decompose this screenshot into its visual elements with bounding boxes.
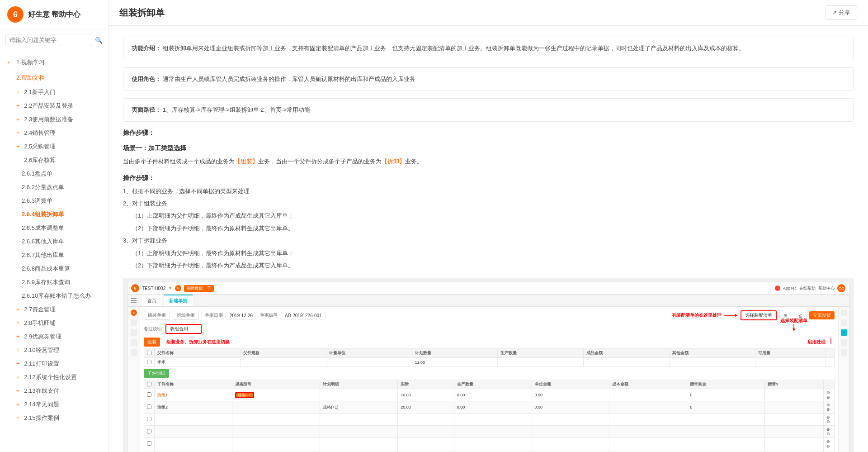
mockup-col-action — [826, 349, 835, 358]
mockup-child-checkbox-2[interactable] — [147, 404, 151, 409]
mockup-icon-bar: ≡ — [127, 307, 140, 452]
step-1: 1、根据不同的业务，选择不同单据的类型来处理 — [123, 186, 854, 196]
mockup-child-checkbox-1[interactable] — [147, 392, 151, 397]
search-box: 🔍 — [0, 29, 108, 51]
sidebar-item-docs-213[interactable]: + 2.13在线支付 — [0, 384, 108, 398]
sidebar-item-docs-2610[interactable]: 2.6.10库存账本错了怎么办 — [0, 289, 108, 303]
intro-text: 组装拆卸单用来处理企业组装或拆卸等加工业务，支持有固定装配清单的产品加工业务，也… — [163, 45, 745, 52]
sidebar-child-plus: + — [16, 143, 20, 150]
mockup-parent-spec-1 — [240, 358, 326, 367]
mockup-child-row-6: ⊕ ⊖ — [144, 450, 835, 452]
ops-title: 操作步骤： — [123, 129, 854, 137]
mockup-child-col-v: 赠带V — [765, 380, 824, 389]
sidebar-child-plus: + — [16, 387, 20, 394]
mockup-parent-name-1: 米米 — [155, 358, 241, 367]
search-button[interactable]: 🔍 — [95, 37, 103, 44]
mockup-annotation1-text: 有装配清单的在这里处理 — [672, 312, 722, 319]
mockup-col-parent-name: 父件名称 — [155, 349, 241, 358]
mockup-no-label: 单据编号 — [260, 312, 278, 319]
sidebar-item-docs-264[interactable]: 2.6.4组装拆卸单 — [0, 208, 108, 221]
sidebar-item-docs[interactable]: − 2.帮助文档 — [0, 70, 108, 86]
sidebar-item-docs-269[interactable]: 2.6.9库存账本查询 — [0, 276, 108, 289]
logo-text: 好生意 帮助中心 — [28, 10, 80, 19]
sidebar-item-docs-266[interactable]: 2.6.6其他入库单 — [0, 235, 108, 248]
mockup-col-amount: 成品金额 — [584, 349, 670, 358]
sidebar-item-docs-211[interactable]: + 2.11打印设置 — [0, 357, 108, 371]
sidebar-item-docs-23[interactable]: + 2.3使用前数据准备 — [0, 113, 108, 126]
mockup-form-area: 组装单据 拆卸单据 单据日期 2019-12-26 单据编号 AD-201912… — [140, 307, 838, 452]
sidebar-item-docs-29[interactable]: + 2.9优惠券管理 — [0, 330, 108, 343]
sidebar-item-docs-25[interactable]: + 2.5采购管理 — [0, 140, 108, 153]
role-label: 使用角色： — [132, 76, 161, 82]
mockup-down-arrow-svg — [789, 324, 798, 331]
sidebar-header: 6 好生意 帮助中心 — [0, 0, 108, 29]
sidebar-child-plus: + — [16, 333, 20, 340]
mockup-child-col-checkbox — [144, 380, 155, 389]
mockup-logo: 6 — [131, 284, 139, 292]
mockup-parent-amount-1 — [584, 358, 670, 367]
mockup-child-checkbox-4[interactable] — [147, 429, 151, 433]
collapse-icon: − — [7, 74, 14, 81]
mockup-no-value: AD-20191226-001 — [281, 312, 326, 319]
sidebar-item-docs-22[interactable]: + 2.2产品安装及登录 — [0, 99, 108, 113]
mockup-child-row-3: ⊕ ⊖ — [144, 414, 835, 426]
mockup-child-all-checkbox[interactable] — [147, 382, 151, 386]
sidebar-item-docs-210[interactable]: + 2.10经营管理 — [0, 343, 108, 357]
mockup-checkbox[interactable] — [147, 351, 151, 355]
sidebar-child-minus: − — [16, 157, 20, 163]
mockup-child-checkbox-5[interactable] — [147, 441, 151, 446]
mockup-child-unit-1: 0.00 — [532, 389, 609, 401]
step-list: 1、根据不同的业务，选择不同单据的类型来处理 2、对于组装业务 （1）上部明细为… — [123, 186, 854, 271]
mockup-row-checkbox[interactable] — [147, 360, 151, 364]
mockup-child-actual-2: 20.00 — [398, 401, 454, 414]
mockup-child-spec-2 — [232, 401, 320, 414]
mockup-child-actual-1: 10.00 — [398, 389, 454, 401]
sidebar-item-docs-24[interactable]: + 2.4销售管理 — [0, 126, 108, 140]
mockup-right-icon-4 — [841, 339, 847, 346]
mockup-remark-label: 备注说明 — [144, 326, 162, 332]
mockup-helpcenter-btn: 帮助中心 — [818, 285, 835, 291]
mockup-child-col-plan-detail: 计划明细 — [320, 380, 398, 389]
sidebar-item-docs-215[interactable]: + 2.15操作案例 — [0, 411, 108, 425]
intro-box: 功能介绍： 组装拆卸单用来处理企业组装或拆卸等加工业务，支持有固定装配清单的产品… — [123, 37, 854, 60]
sidebar-item-docs-267[interactable]: 2.6.7其他出库单 — [0, 248, 108, 262]
mockup-child-col-b: 赠带实金 — [687, 380, 765, 389]
sidebar-item-docs-212[interactable]: + 2.12系统个性化设置 — [0, 371, 108, 384]
sidebar-item-docs-265[interactable]: 2.6.5成本调整单 — [0, 221, 108, 235]
mockup-child-col-qty: 生产数量 — [454, 380, 532, 389]
mockup-action-row: 组装单据 拆卸单据 单据日期 2019-12-26 单据编号 AD-201912… — [144, 310, 835, 320]
mockup-parent-avail-1 — [755, 358, 825, 367]
share-button[interactable]: ↗ 分享 — [826, 5, 857, 20]
sidebar-item-label: 1.视频学习 — [16, 58, 45, 67]
main-area: 组装拆卸单 ↗ 分享 功能介绍： 组装拆卸单用来处理企业组装或拆卸等加工业务，支… — [108, 0, 868, 452]
sidebar-item-docs-268[interactable]: 2.6.8商品成本重算 — [0, 262, 108, 276]
svg-marker-1 — [735, 314, 738, 317]
search-input[interactable] — [5, 34, 92, 46]
sidebar-item-docs-214[interactable]: + 2.14常见问题 — [0, 398, 108, 411]
mockup-child-col-spec: 规格型号 — [232, 380, 320, 389]
mockup-icon-2 — [131, 319, 137, 326]
sidebar-item-video[interactable]: + 1.视频学习 — [0, 55, 108, 70]
sidebar-child-plus: + — [16, 401, 20, 408]
path-label: 页面路径： — [132, 106, 161, 113]
sidebar-item-docs-27[interactable]: + 2.7资金管理 — [0, 303, 108, 316]
role-box: 使用角色： 通常由生产人员或库管人员完成拆装业务的操作，库管人员确认原材料的出库… — [123, 67, 854, 91]
mockup-annotation1-area: 有装配清单的在这里处理 选择装配清单 — [672, 310, 777, 320]
mockup-child-checkbox-3[interactable] — [147, 417, 151, 421]
mockup-child-col-a: 成本金额 — [609, 380, 687, 389]
sidebar-item-docs-21[interactable]: + 2.1新手入门 — [0, 86, 108, 99]
mockup-notif — [775, 285, 780, 291]
sidebar-item-docs-26[interactable]: − 2.6库存核算 — [0, 153, 108, 167]
sidebar-item-docs-263[interactable]: 2.6.3调拨单 — [0, 194, 108, 208]
mockup-select-btn: 选择装配清单 — [741, 310, 777, 320]
sidebar-item-docs-28[interactable]: + 2.8手机旺铺 — [0, 316, 108, 330]
mockup-icon-5 — [131, 349, 137, 356]
mockup-icon-1: ≡ — [131, 309, 137, 316]
sidebar-child-plus: + — [16, 319, 20, 326]
mockup-process-note-area: 启用处理 — [807, 338, 835, 347]
mockup-child-col-name: 子件名称 — [155, 380, 232, 389]
mockup-parent-table: 父件名称 父件规格 计量单位 计划数量 生产数量 成品金额 其他金额 可用量 — [144, 348, 835, 367]
sidebar-item-docs-262[interactable]: 2.6.2分量盘点单 — [0, 181, 108, 194]
step-2-2: （2）下部明细为子件明细，最终作为原材料生成其它出库单。 — [123, 223, 854, 233]
sidebar-item-docs-261[interactable]: 2.6.1盘点单 — [0, 167, 108, 181]
